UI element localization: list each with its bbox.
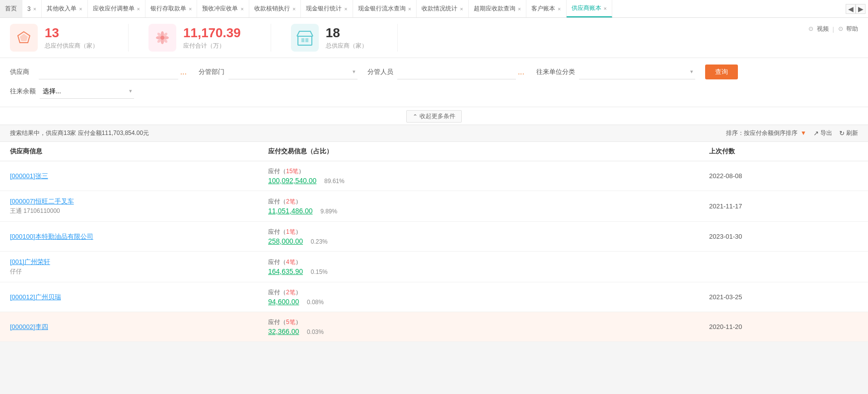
- nav-cash-bank-stat[interactable]: 现金银行统计 ×: [301, 0, 353, 17]
- stat-payable-total: 11,170.39 应付合计（万）: [148, 24, 271, 52]
- close-icon[interactable]: ×: [344, 6, 347, 12]
- supplier-name-link[interactable]: [000001]张三: [10, 172, 268, 181]
- supplier-info-cell: [000002]李四: [10, 323, 268, 331]
- balance-select[interactable]: 选择...: [40, 83, 134, 98]
- stat-number-total-suppliers: 18: [326, 25, 367, 41]
- divider: |: [833, 26, 834, 33]
- category-select[interactable]: [579, 64, 695, 79]
- payable-info-cell: 应付（4笔） 164,635.90 0.15%: [268, 258, 709, 275]
- balance-select-wrapper: 选择... ▾: [40, 83, 134, 99]
- close-icon[interactable]: ×: [460, 6, 463, 12]
- store-icon: [291, 24, 319, 52]
- nav-arrow-left[interactable]: ◀: [846, 4, 856, 14]
- svg-rect-12: [301, 38, 304, 42]
- nav-adjustment[interactable]: 应收应付调整单 ×: [88, 0, 145, 17]
- payable-info-cell: 应付（1笔） 258,000.00 0.23%: [268, 228, 709, 245]
- filter-supplier: 供应商 ...: [10, 65, 189, 79]
- payable-label: 应付（4笔）: [268, 258, 709, 266]
- filter-department: 分管部门 ▾: [199, 64, 358, 79]
- stat-payable-suppliers: 13 总应付供应商（家）: [10, 24, 129, 52]
- payable-percent: 89.61%: [324, 178, 345, 185]
- payable-percent: 0.15%: [311, 268, 328, 275]
- nav-home[interactable]: 首页: [0, 0, 22, 17]
- payable-label: 应付（5笔）: [268, 318, 709, 327]
- payable-amount-link[interactable]: 258,000.00: [268, 237, 303, 245]
- stat-label-suppliers: 总应付供应商（家）: [45, 42, 98, 50]
- table-header: 供应商信息 应付交易信息（占比） 上次付数: [0, 142, 868, 161]
- payable-info-cell: 应付（2笔） 94,600.00 0.08%: [268, 288, 709, 306]
- payable-amount-link[interactable]: 94,600.00: [268, 298, 299, 306]
- close-icon[interactable]: ×: [292, 6, 295, 12]
- nav-cash-bank-flow[interactable]: 现金银行流水查询 ×: [353, 0, 417, 17]
- payable-amount-link[interactable]: 164,635.90: [268, 267, 303, 275]
- close-icon[interactable]: ×: [558, 6, 561, 12]
- nav-customer-account[interactable]: 客户账本 ×: [526, 0, 566, 17]
- payable-info-cell: 应付（2笔） 11,051,486.00 9.89%: [268, 197, 709, 215]
- payable-info-cell: 应付（15笔） 100,092,540.00 89.61%: [268, 167, 709, 185]
- payable-percent: 0.08%: [307, 299, 324, 306]
- supplier-name-link[interactable]: [000012]广州贝瑞: [10, 293, 268, 302]
- nav-supplier-account[interactable]: 供应商账本 ×: [567, 0, 612, 17]
- supplier-info-cell: [000001]张三: [10, 172, 268, 181]
- supplier-name-link[interactable]: [001]广州荣轩: [10, 258, 268, 266]
- last-pay-date: 2022-08-08: [709, 172, 858, 180]
- last-pay-date: 2020-11-20: [709, 323, 858, 330]
- nav-tab-3[interactable]: 3 ×: [22, 0, 42, 17]
- supplier-name-link[interactable]: [000100]本特勤油品有限公司: [10, 232, 268, 241]
- nav-collection-stat[interactable]: 收款情况统计 ×: [417, 0, 468, 17]
- supplier-input[interactable]: [39, 65, 178, 79]
- result-actions: 排序：按应付余额倒序排序 ▼ ↗ 导出 ↻ 刷新: [726, 129, 858, 137]
- nav-collection-exec[interactable]: 收款核销执行 ×: [249, 0, 301, 17]
- stat-number-suppliers: 13: [45, 25, 98, 41]
- close-icon[interactable]: ×: [518, 6, 521, 12]
- nav-bank-deposit[interactable]: 银行存取款单 ×: [145, 0, 197, 17]
- last-pay-date: 2021-03-25: [709, 293, 858, 301]
- close-icon[interactable]: ×: [408, 6, 411, 12]
- close-icon[interactable]: ×: [604, 5, 607, 11]
- filter-section: 供应商 ... 分管部门 ▾ 分管人员 ... 往来单位分类: [0, 58, 868, 107]
- stat-label-total-suppliers: 总供应商（家）: [326, 42, 367, 50]
- table-row: [000001]张三 应付（15笔） 100,092,540.00 89.61%…: [0, 161, 868, 191]
- supplier-name-link[interactable]: [000007]恒旺二手叉车: [10, 197, 268, 206]
- video-link[interactable]: ⊙ 视频: [808, 25, 828, 33]
- last-pay-date: 2023-01-30: [709, 233, 858, 240]
- supplier-ellipsis[interactable]: ...: [178, 67, 189, 76]
- close-icon[interactable]: ×: [79, 6, 82, 12]
- close-icon[interactable]: ×: [33, 6, 36, 12]
- result-bar: 搜索结果中，供应商13家 应付金额111,703,854.00元 排序：按应付余…: [0, 125, 868, 142]
- export-button[interactable]: ↗ 导出: [813, 129, 832, 137]
- payable-amount-link[interactable]: 11,051,486.00: [268, 207, 313, 215]
- nav-overdue-query[interactable]: 超期应收款查询 ×: [469, 0, 526, 17]
- payable-amount-link[interactable]: 100,092,540.00: [268, 177, 316, 185]
- export-icon: ↗: [813, 130, 819, 137]
- close-icon[interactable]: ×: [137, 6, 140, 12]
- filter-balance: 往来余额 选择... ▾: [10, 83, 134, 99]
- query-button[interactable]: 查询: [705, 65, 738, 79]
- supplier-sub: 仔仔: [10, 267, 268, 276]
- person-ellipsis[interactable]: ...: [516, 67, 526, 76]
- supplier-info-cell: [000012]广州贝瑞: [10, 293, 268, 302]
- table-row: [000007]恒旺二手叉车 王通 17106110000 应付（2笔） 11,…: [0, 191, 868, 222]
- person-input[interactable]: [397, 65, 516, 79]
- payable-amount-link[interactable]: 32,366.00: [268, 328, 299, 335]
- payable-percent: 0.23%: [311, 238, 328, 245]
- help-link[interactable]: ⊙ 帮助: [838, 25, 858, 33]
- category-label: 往来单位分类: [536, 67, 575, 76]
- stats-bar: 13 总应付供应商（家） 11,170.39 应付合计（万）: [0, 18, 868, 58]
- close-icon[interactable]: ×: [240, 6, 243, 12]
- nav-other-income[interactable]: 其他收入单 ×: [42, 0, 87, 17]
- nav-arrows: ◀ ▶: [843, 4, 868, 14]
- close-icon[interactable]: ×: [189, 6, 192, 12]
- payable-percent: 0.03%: [307, 328, 324, 335]
- sort-label[interactable]: 排序：按应付余额倒序排序 ▼: [726, 129, 806, 137]
- top-right-links: ⊙ 视频 | ⊙ 帮助: [808, 25, 858, 33]
- payable-label: 应付（2笔）: [268, 197, 709, 206]
- nav-advance-receive[interactable]: 预收冲应收单 ×: [197, 0, 249, 17]
- department-select[interactable]: [228, 64, 358, 79]
- refresh-button[interactable]: ↻ 刷新: [839, 129, 858, 137]
- supplier-info-cell: [000100]本特勤油品有限公司: [10, 232, 268, 241]
- nav-arrow-right[interactable]: ▶: [856, 4, 866, 14]
- supplier-name-link[interactable]: [000002]李四: [10, 323, 268, 331]
- stat-number-total: 11,170.39: [183, 25, 241, 41]
- collapse-button[interactable]: ⌃ 收起更多条件: [406, 110, 462, 123]
